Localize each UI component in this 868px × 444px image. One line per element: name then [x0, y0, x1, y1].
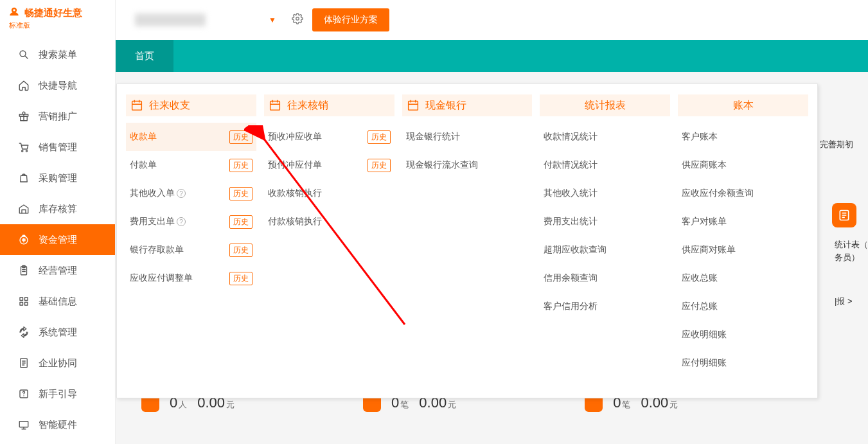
sidebar-item-search[interactable]: 搜索菜单: [0, 39, 115, 70]
industry-plan-button[interactable]: 体验行业方案: [312, 8, 389, 31]
mega-item-label: 应付明细账: [682, 357, 727, 369]
mega-column: 往来核销预收冲应收单历史预付冲应付单历史收款核销执行付款核销执行: [264, 94, 394, 387]
svg-rect-10: [20, 303, 23, 306]
mega-item-label: 其他收入统计: [544, 188, 598, 199]
mega-item-label: 应付总账: [682, 301, 718, 312]
history-tag[interactable]: 历史: [229, 272, 252, 285]
floating-quick-icon[interactable]: [832, 203, 856, 227]
mega-item[interactable]: 供应商对账单: [678, 236, 808, 264]
svg-rect-14: [19, 422, 28, 427]
mega-item[interactable]: 应收应付余额查询: [678, 179, 808, 208]
sidebar-item-tv[interactable]: 智能硬件: [0, 409, 115, 440]
mega-item[interactable]: 预付冲应付单历史: [264, 151, 394, 179]
mega-item-label: 供应商对账单: [682, 244, 736, 256]
svg-rect-18: [270, 102, 279, 111]
mega-item[interactable]: 应付明细账: [678, 349, 808, 377]
sidebar-item-label: 新手引导: [39, 388, 77, 400]
sidebar-item-note[interactable]: 企业协同: [0, 348, 115, 378]
mega-item-label: 收款情况统计: [544, 131, 598, 143]
mega-item[interactable]: 收款情况统计: [540, 123, 670, 151]
history-tag[interactable]: 历史: [229, 244, 252, 257]
mega-item[interactable]: 客户信用分析: [540, 292, 670, 321]
mega-item-label: 超期应收款查询: [544, 244, 607, 256]
history-tag[interactable]: 历史: [229, 215, 252, 229]
sidebar-item-money[interactable]: 资金管理: [0, 224, 115, 255]
mega-item-label: 应收应付余额查询: [682, 188, 754, 199]
history-tag[interactable]: 历史: [229, 159, 252, 172]
sidebar-item-label: 搜索菜单: [39, 49, 77, 61]
svg-rect-17: [132, 102, 142, 111]
svg-rect-11: [25, 303, 28, 306]
mega-item[interactable]: 付款核销执行: [264, 208, 394, 236]
mega-item[interactable]: 费用支出统计: [540, 208, 670, 236]
mega-item[interactable]: 收款核销执行: [264, 179, 394, 208]
mega-item-label: 收款核销执行: [268, 188, 322, 199]
tabbar: 首页: [116, 40, 868, 72]
mega-item-label: 付款情况统计: [544, 159, 598, 171]
home-icon: [18, 80, 30, 91]
mega-item[interactable]: 应收明细账: [678, 321, 808, 349]
edition-badge: 标准版: [9, 21, 107, 30]
money-icon: [18, 234, 30, 245]
mega-item[interactable]: 现金银行流水查询: [402, 151, 533, 179]
sidebar-item-label: 智能硬件: [39, 419, 77, 431]
mega-column-title: 账本: [733, 99, 754, 112]
mega-item[interactable]: 其他收入单?历史: [126, 179, 256, 208]
sidebar-item-label: 资金管理: [39, 234, 77, 246]
mega-item[interactable]: 预收冲应收单历史: [264, 123, 394, 151]
logo-area: 畅捷通好生意 标准版: [0, 0, 115, 33]
help-icon[interactable]: ?: [177, 189, 186, 198]
sidebar-item-home[interactable]: 快捷导航: [0, 70, 115, 101]
gear-icon[interactable]: [292, 13, 303, 28]
history-tag[interactable]: 历史: [229, 130, 252, 144]
fragment: 完善期初: [820, 138, 868, 151]
mega-item-label: 客户账本: [682, 131, 718, 143]
mega-item[interactable]: 超期应收款查询: [540, 236, 670, 264]
mega-item[interactable]: 收款单历史: [126, 123, 256, 151]
svg-point-0: [20, 51, 26, 57]
mega-item[interactable]: 付款情况统计: [540, 151, 670, 179]
mega-item[interactable]: 应收应付调整单历史: [126, 264, 256, 292]
sidebar-item-loop[interactable]: 系统管理: [0, 317, 115, 348]
mega-item-label: 现金银行统计: [406, 131, 460, 143]
sidebar-item-help[interactable]: 新手引导: [0, 378, 115, 409]
sidebar-item-cart[interactable]: 销售管理: [0, 132, 115, 163]
sidebar-item-warehouse[interactable]: 库存核算: [0, 193, 115, 224]
mega-item[interactable]: 应付总账: [678, 292, 808, 321]
mega-item-label: 应收应付调整单: [130, 272, 193, 284]
sidebar-item-label: 销售管理: [39, 141, 77, 154]
mega-item[interactable]: 客户对账单: [678, 208, 808, 236]
mega-item-label: 客户信用分析: [544, 301, 598, 312]
history-tag[interactable]: 历史: [368, 159, 391, 172]
sidebar-item-grid[interactable]: 基础信息: [0, 286, 115, 317]
help-icon[interactable]: ?: [177, 217, 186, 226]
svg-rect-8: [20, 297, 23, 301]
history-tag[interactable]: 历史: [229, 187, 252, 200]
mega-item-label: 收款单: [130, 131, 157, 143]
sidebar-item-label: 基础信息: [39, 296, 77, 308]
sidebar-item-label: 企业协同: [39, 357, 77, 369]
mega-item[interactable]: 现金银行统计: [402, 123, 533, 151]
org-name-redacted: [135, 13, 206, 26]
help-icon: [18, 388, 30, 400]
mega-column: 往来收支收款单历史付款单历史其他收入单?历史费用支出单?历史银行存取款单历史应收…: [126, 94, 256, 387]
mega-column: 统计报表收款情况统计付款情况统计其他收入统计费用支出统计超期应收款查询信用余额查…: [540, 94, 670, 387]
mega-item[interactable]: 银行存取款单历史: [126, 236, 256, 264]
svg-point-3: [22, 150, 23, 152]
mega-item[interactable]: 应收总账: [678, 264, 808, 292]
org-selector[interactable]: ▼: [128, 13, 283, 26]
mega-item[interactable]: 其他收入统计: [540, 179, 670, 208]
history-tag[interactable]: 历史: [368, 130, 391, 144]
mega-item[interactable]: 费用支出单?历史: [126, 208, 256, 236]
mega-column-title: 往来收支: [149, 99, 190, 112]
mega-item[interactable]: 客户账本: [678, 123, 808, 151]
sidebar-item-label: 快捷导航: [39, 80, 77, 92]
sidebar-item-bag[interactable]: 采购管理: [0, 163, 115, 193]
mega-item[interactable]: 付款单历史: [126, 151, 256, 179]
sidebar-item-clipboard[interactable]: 经营管理: [0, 255, 115, 286]
mega-item[interactable]: 信用余额查询: [540, 264, 670, 292]
sidebar-item-label: 系统管理: [39, 326, 77, 339]
mega-item[interactable]: 供应商账本: [678, 151, 808, 179]
tab-home[interactable]: 首页: [116, 40, 173, 72]
sidebar-item-gift[interactable]: 营销推广: [0, 101, 115, 132]
